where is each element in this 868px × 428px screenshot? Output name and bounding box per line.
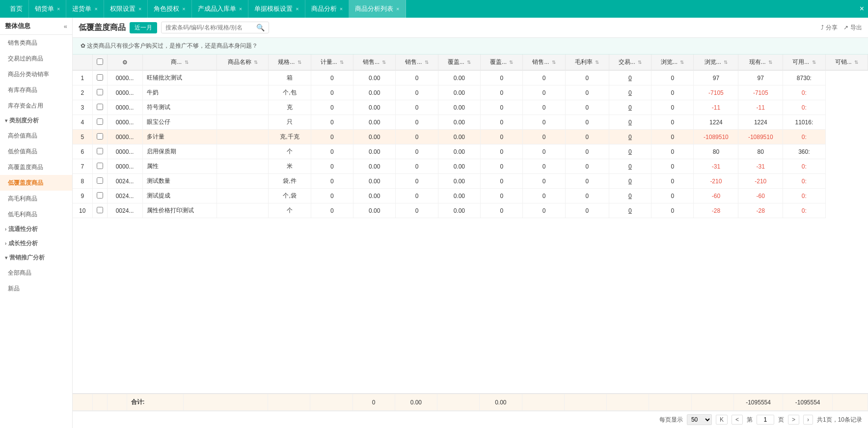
sidebar-group-circulation[interactable]: › 流通性分析 [0,222,72,236]
nav-tab-home[interactable]: 首页 [4,0,29,18]
cell-browse1[interactable]: 0 [609,159,651,174]
cell-name[interactable]: 属性价格打印测试 [142,203,217,218]
cell-browse1[interactable]: 0 [609,189,651,203]
cell-browse1[interactable]: 0 [609,130,651,144]
cell-name[interactable]: 测试提成 [142,189,217,203]
cell-name[interactable]: 多计量 [142,130,217,144]
th-check[interactable] [92,55,107,70]
th-unit[interactable]: 计量... ⇅ [311,55,353,70]
row-checkbox[interactable] [97,104,103,110]
cell-check[interactable] [92,100,107,115]
cell-check[interactable] [92,70,107,86]
sidebar-item-high-value[interactable]: 高价值商品 [0,128,72,143]
cell-check[interactable] [92,86,107,100]
row-checkbox[interactable] [97,118,103,125]
nav-tab-analysis[interactable]: 商品分析 × [305,0,349,18]
cell-check[interactable] [92,203,107,218]
row-checkbox[interactable] [97,192,103,199]
sidebar-item-all-goods[interactable]: 全部商品 [0,265,72,281]
sidebar-item-stock-capital[interactable]: 库存资金占用 [0,98,72,114]
row-checkbox[interactable] [97,89,103,95]
cell-name[interactable]: 测试数量 [142,174,217,189]
cell-browse1[interactable]: 0 [609,144,651,159]
sidebar-item-sales-goods[interactable]: 销售类商品 [0,35,72,51]
cell-browse1[interactable]: 0 [609,174,651,189]
cell-browse1[interactable]: 0 [609,100,651,115]
th-code[interactable]: 商... ⇅ [142,55,217,70]
cell-check[interactable] [92,144,107,159]
sidebar-item-high-profit[interactable]: 高毛利商品 [0,191,72,206]
sidebar-item-high-coverage[interactable]: 高覆盖度商品 [0,159,72,175]
next-page-button[interactable]: > [788,415,799,425]
sidebar-item-new-goods[interactable]: 新品 [0,281,72,296]
row-checkbox[interactable] [97,74,103,81]
sidebar-group-category[interactable]: ▾ 类别度分析 [0,114,72,128]
row-checkbox[interactable] [97,133,103,140]
th-setting[interactable]: ⚙ [107,55,142,70]
nav-tab-sales[interactable]: 销货单 × [29,0,66,18]
page-number-input[interactable] [757,415,774,425]
th-gross[interactable]: 毛利率 ⇅ [565,55,609,70]
sidebar-group-marketing[interactable]: ▾ 营销推广分析 [0,251,72,265]
nav-tab-template[interactable]: 单据模板设置 × [248,0,305,18]
sidebar-item-traded-goods[interactable]: 交易过的商品 [0,51,72,66]
th-cover1[interactable]: 覆盖... ⇅ [438,55,480,70]
th-sales-qty[interactable]: 销售... ⇅ [353,55,396,70]
cell-name[interactable]: 眼宝公仔 [142,115,217,130]
th-browse1[interactable]: 浏览... ⇅ [651,55,694,70]
window-close-icon[interactable]: × [860,4,864,13]
cell-name[interactable]: 符号测试 [142,100,217,115]
nav-tab-production[interactable]: 产成品入库单 × [192,0,248,18]
row-checkbox[interactable] [97,163,103,169]
th-stock1[interactable]: 现有... ⇅ [738,55,783,70]
cell-browse1[interactable]: 0 [609,203,651,218]
prev-page-button[interactable]: < [732,415,743,425]
th-cover2[interactable]: 覆盖... ⇅ [481,55,523,70]
cell-check[interactable] [92,159,107,174]
search-input[interactable] [165,24,256,31]
row-checkbox[interactable] [97,207,103,213]
row-checkbox[interactable] [97,177,103,184]
cell-name[interactable]: 旺辅批次测试 [142,70,217,86]
th-stock2[interactable]: 可用... ⇅ [783,55,825,70]
cell-name[interactable]: 属性 [142,159,217,174]
cell-check[interactable] [92,174,107,189]
cell-check[interactable] [92,130,107,144]
th-sales-x[interactable]: 销售... ⇅ [523,55,565,70]
nav-tab-permissions[interactable]: 权限设置 × [104,0,148,18]
row-checkbox[interactable] [97,148,103,154]
cell-browse1[interactable]: 0 [609,115,651,130]
close-icon[interactable]: × [396,6,399,12]
nav-tab-purchase[interactable]: 进货单 × [66,0,104,18]
th-trade[interactable]: 交易... ⇅ [609,55,651,70]
per-page-select[interactable]: 50 20 100 [687,414,712,425]
nav-tab-analysis-list[interactable]: 商品分析列表 × [349,0,406,18]
sidebar-collapse-icon[interactable]: « [64,23,67,30]
cell-check[interactable] [92,115,107,130]
close-icon[interactable]: × [94,6,97,12]
th-spec[interactable]: 规格... ⇅ [269,55,311,70]
sidebar-item-in-stock[interactable]: 有库存商品 [0,82,72,98]
sidebar-item-low-value[interactable]: 低价值商品 [0,143,72,159]
cell-name[interactable]: 牛奶 [142,86,217,100]
first-page-button[interactable]: K [716,415,728,425]
close-icon[interactable]: × [138,6,141,12]
cell-check[interactable] [92,189,107,203]
th-stock3[interactable]: 可销... ⇅ [825,55,868,70]
time-filter-button[interactable]: 近一月 [130,22,157,33]
close-icon[interactable]: × [182,6,185,12]
cell-name[interactable]: 启用保质期 [142,144,217,159]
export-button[interactable]: ↗ 导出 [843,24,862,32]
nav-tab-roles[interactable]: 角色授权 × [148,0,191,18]
sidebar-item-category-turnover[interactable]: 商品分类动销率 [0,66,72,82]
th-browse2[interactable]: 浏览... ⇅ [694,55,738,70]
close-icon[interactable]: × [296,6,298,12]
cell-browse1[interactable]: 0 [609,70,651,86]
share-button[interactable]: ⤴ 分享 [821,24,838,32]
sidebar-group-growth[interactable]: › 成长性分析 [0,236,72,251]
table-wrapper[interactable]: ⚙ 商... ⇅ 商品名称 ⇅ 规格... ⇅ 计量... ⇅ 销售... ⇅ … [73,55,868,393]
select-all-checkbox[interactable] [97,58,103,65]
sidebar-item-low-coverage[interactable]: 低覆盖度商品 [0,175,72,191]
th-sales-amt[interactable]: 销售... ⇅ [396,55,438,70]
last-page-button[interactable]: › [803,415,813,425]
